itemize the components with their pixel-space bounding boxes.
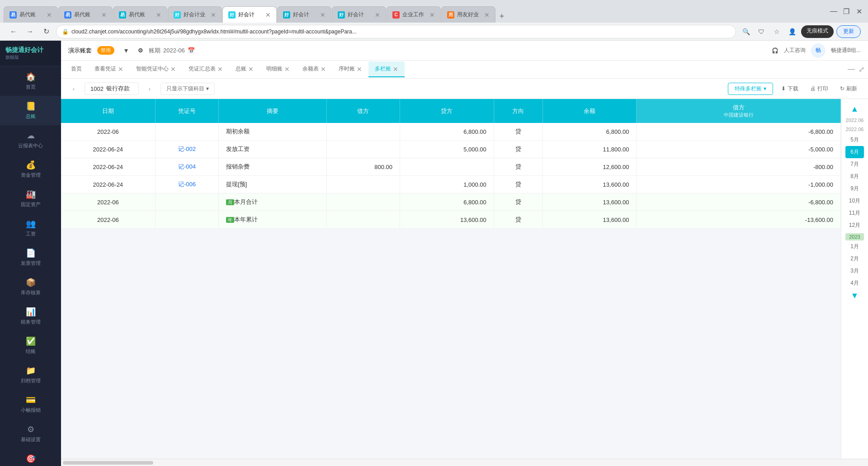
- tab-close-button[interactable]: ✕: [156, 11, 161, 19]
- sidebar-item-fixed-assets[interactable]: 🏭 固定资产: [0, 184, 61, 213]
- sidebar-item-tax-mgmt[interactable]: 📊 税务管理: [0, 301, 61, 331]
- content-tab-voucher-view[interactable]: 查看凭证✕: [88, 61, 130, 77]
- ai-consult-label[interactable]: 人工咨询: [784, 47, 806, 54]
- print-button[interactable]: 🖨 打印: [807, 83, 832, 94]
- content-tab-close-balance-sheet[interactable]: ✕: [321, 66, 326, 73]
- sidebar-item-general-ledger[interactable]: 📒 总账: [0, 96, 61, 125]
- sidebar-icon-inventory: 📦: [26, 278, 36, 287]
- timeline-month-2023-3月[interactable]: 3月: [847, 265, 863, 277]
- stealth-mode-button[interactable]: 无痕模式: [801, 25, 834, 38]
- sidebar-item-expense-report[interactable]: 💳 小畅报销: [0, 390, 61, 419]
- content-tab-close-smart-voucher[interactable]: ✕: [170, 66, 176, 73]
- tab-close-button[interactable]: ✕: [265, 11, 271, 19]
- address-bar-actions: 🔍 🛡 ☆ 👤 无痕模式 更新: [740, 25, 861, 38]
- voucher-link[interactable]: 记-006: [155, 176, 219, 193]
- content-tab-home[interactable]: 首页: [65, 61, 88, 77]
- timeline-month-12月[interactable]: 12月: [845, 219, 864, 231]
- shield-icon[interactable]: 🛡: [755, 25, 768, 38]
- content-tab-balance-sheet[interactable]: 余额表✕: [296, 61, 332, 77]
- content-tab-voucher-summary[interactable]: 凭证汇总表✕: [182, 61, 229, 77]
- content-tab-close-sequence-ledger[interactable]: ✕: [357, 66, 362, 73]
- content-tab-close-detail-ledger[interactable]: ✕: [284, 66, 290, 73]
- browser-tab-7[interactable]: 好 好会计 ✕: [332, 6, 386, 23]
- tab-close-button[interactable]: ✕: [47, 11, 52, 19]
- browser-tab-1[interactable]: 易 易代账 ✕: [4, 6, 58, 23]
- tab-close-button[interactable]: ✕: [375, 11, 380, 19]
- browser-tab-8[interactable]: C 企业工作 ✕: [387, 6, 441, 23]
- timeline-month-9月[interactable]: 9月: [845, 183, 864, 195]
- timeline-scroll-up-button[interactable]: ▲: [849, 103, 861, 116]
- browser-tab-2[interactable]: 易 易代账 ✕: [58, 6, 113, 23]
- settings-icon[interactable]: ⚙: [138, 47, 143, 54]
- back-button[interactable]: ←: [7, 25, 20, 38]
- content-tab-close-general-ledger[interactable]: ✕: [248, 66, 254, 73]
- content-tab-close-voucher-summary[interactable]: ✕: [217, 66, 223, 73]
- sidebar-item-new-guide[interactable]: 🎯 新手引导: [0, 448, 61, 466]
- timeline-month-10月[interactable]: 10月: [845, 195, 864, 207]
- tab-close-button[interactable]: ✕: [211, 11, 216, 19]
- sidebar-item-settlement[interactable]: ✅ 结账: [0, 331, 61, 360]
- content-tab-sequence-ledger[interactable]: 序时账✕: [332, 61, 368, 77]
- row-balance: 13,600.00: [542, 193, 637, 211]
- timeline-scroll-down-button[interactable]: ▼: [849, 289, 861, 302]
- content-tab-multi-col-ledger[interactable]: 多栏账✕: [368, 61, 405, 77]
- sidebar-item-cloud-report[interactable]: ☁ 云报表中心: [0, 125, 61, 155]
- close-window-button[interactable]: ✕: [854, 6, 864, 17]
- timeline-month-7月[interactable]: 7月: [845, 158, 864, 170]
- tab-close-button[interactable]: ✕: [484, 11, 490, 19]
- refresh-button[interactable]: ↻ 刷新: [836, 83, 861, 94]
- browser-tab-5[interactable]: 好 好会计 ✕: [222, 6, 277, 23]
- calendar-icon[interactable]: 📅: [188, 47, 195, 54]
- timeline-month-5月[interactable]: 5月: [845, 134, 864, 146]
- content-tab-close-multi-col-ledger[interactable]: ✕: [393, 66, 398, 73]
- multi-col-button[interactable]: 特殊多栏账 ▾: [728, 83, 773, 95]
- horizontal-scrollbar[interactable]: [61, 459, 868, 466]
- forward-button[interactable]: →: [24, 25, 36, 38]
- sidebar-item-fund-mgmt[interactable]: 💰 资金管理: [0, 155, 61, 184]
- tab-close-button[interactable]: ✕: [101, 11, 107, 19]
- minimize-window-button[interactable]: —: [828, 6, 839, 17]
- sidebar-item-home[interactable]: 🏠 首页: [0, 66, 61, 96]
- sidebar-item-basic-settings[interactable]: ⚙ 基础设置: [0, 419, 61, 448]
- content-tab-close-voucher-view[interactable]: ✕: [118, 66, 123, 73]
- restore-window-button[interactable]: ❐: [841, 6, 852, 17]
- browser-tab-9[interactable]: 用 用友好业 ✕: [441, 6, 495, 23]
- new-tab-button[interactable]: +: [495, 10, 508, 23]
- demo-tag-badge: 禁用: [97, 46, 114, 55]
- tab-close-button[interactable]: ✕: [320, 11, 326, 19]
- browser-tab-6[interactable]: 好 好会计 ✕: [277, 6, 331, 23]
- sidebar-item-inventory[interactable]: 📦 库存核算: [0, 272, 61, 301]
- browser-tab-4[interactable]: 好 好会计业 ✕: [168, 6, 222, 23]
- filter-dropdown[interactable]: 只显示下级科目 ▾: [160, 83, 215, 95]
- sidebar-item-invoice-mgmt[interactable]: 📄 发票管理: [0, 243, 61, 272]
- tag-dropdown-icon[interactable]: ▾: [120, 44, 132, 57]
- user-avatar[interactable]: 畅: [811, 43, 826, 58]
- content-tab-detail-ledger[interactable]: 明细账✕: [260, 61, 296, 77]
- content-maximize-icon[interactable]: ⤢: [859, 65, 864, 74]
- tab-close-button[interactable]: ✕: [429, 11, 435, 19]
- download-button[interactable]: ⬇ 下载: [778, 83, 802, 94]
- content-tab-general-ledger[interactable]: 总账✕: [229, 61, 260, 77]
- profile-icon[interactable]: 👤: [786, 25, 798, 38]
- timeline-month-2023-2月[interactable]: 2月: [847, 253, 863, 265]
- timeline-month-6月[interactable]: 6月: [845, 146, 864, 158]
- timeline-month-2023-4月[interactable]: 4月: [847, 277, 863, 289]
- content-tab-smart-voucher[interactable]: 智能凭证中心✕: [130, 61, 182, 77]
- reload-button[interactable]: ↻: [40, 25, 52, 38]
- browser-tab-3[interactable]: 易 易代账 ✕: [113, 6, 167, 23]
- next-account-button[interactable]: ›: [144, 83, 155, 94]
- scroll-thumb[interactable]: [63, 461, 153, 465]
- prev-account-button[interactable]: ‹: [68, 83, 79, 94]
- search-icon[interactable]: 🔍: [740, 25, 752, 38]
- content-minimize-icon[interactable]: —: [848, 65, 855, 74]
- timeline-month-11月[interactable]: 11月: [845, 207, 864, 219]
- timeline-month-8月[interactable]: 8月: [845, 170, 864, 183]
- sidebar-item-archive-mgmt[interactable]: 📁 归档管理: [0, 360, 61, 390]
- url-bar[interactable]: 🔒 cloud2.chanjet.com/accounting/uh26t264…: [56, 25, 736, 38]
- voucher-link[interactable]: 记-004: [155, 158, 219, 176]
- voucher-link[interactable]: 记-002: [155, 141, 219, 158]
- sidebar-item-salary[interactable]: 👥 工资: [0, 213, 61, 243]
- update-button[interactable]: 更新: [836, 25, 861, 38]
- timeline-month-2023-1月[interactable]: 1月: [847, 240, 863, 253]
- star-icon[interactable]: ☆: [770, 25, 783, 38]
